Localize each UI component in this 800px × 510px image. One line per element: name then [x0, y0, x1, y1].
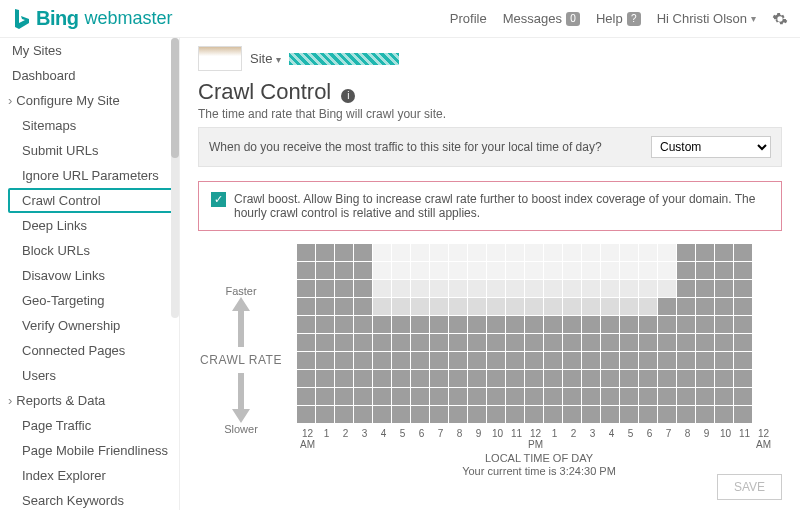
- crawl-cell[interactable]: [335, 406, 353, 423]
- crawl-cell[interactable]: [316, 406, 334, 423]
- crawl-cell[interactable]: [354, 370, 372, 387]
- crawl-cell[interactable]: [487, 244, 505, 261]
- crawl-cell[interactable]: [297, 244, 315, 261]
- crawl-cell[interactable]: [601, 352, 619, 369]
- crawl-cell[interactable]: [468, 334, 486, 351]
- crawl-cell[interactable]: [525, 298, 543, 315]
- crawl-cell[interactable]: [544, 334, 562, 351]
- crawl-cell[interactable]: [392, 244, 410, 261]
- crawl-cell[interactable]: [639, 334, 657, 351]
- crawl-cell[interactable]: [734, 316, 752, 333]
- crawl-cell[interactable]: [506, 406, 524, 423]
- crawl-cell[interactable]: [430, 298, 448, 315]
- crawl-cell[interactable]: [354, 262, 372, 279]
- crawl-cell[interactable]: [316, 388, 334, 405]
- crawl-cell[interactable]: [506, 262, 524, 279]
- crawl-cell[interactable]: [658, 388, 676, 405]
- settings-button[interactable]: [772, 11, 788, 27]
- crawl-cell[interactable]: [411, 262, 429, 279]
- crawl-cell[interactable]: [582, 370, 600, 387]
- crawl-cell[interactable]: [715, 262, 733, 279]
- user-menu[interactable]: Hi Christi Olson ▾: [657, 11, 756, 26]
- crawl-cell[interactable]: [411, 370, 429, 387]
- crawl-cell[interactable]: [354, 388, 372, 405]
- sidebar-item-my-sites[interactable]: My Sites: [0, 38, 179, 63]
- crawl-cell[interactable]: [563, 352, 581, 369]
- save-button[interactable]: SAVE: [717, 474, 782, 500]
- crawl-cell[interactable]: [430, 280, 448, 297]
- crawl-cell[interactable]: [373, 262, 391, 279]
- crawl-cell[interactable]: [430, 262, 448, 279]
- crawl-cell[interactable]: [392, 352, 410, 369]
- sidebar-item-ignore-url-parameters[interactable]: Ignore URL Parameters: [0, 163, 179, 188]
- crawl-cell[interactable]: [563, 388, 581, 405]
- crawl-cell[interactable]: [392, 406, 410, 423]
- crawl-cell[interactable]: [430, 406, 448, 423]
- crawl-cell[interactable]: [544, 316, 562, 333]
- crawl-cell[interactable]: [506, 244, 524, 261]
- crawl-cell[interactable]: [734, 298, 752, 315]
- crawl-cell[interactable]: [601, 298, 619, 315]
- crawl-cell[interactable]: [715, 298, 733, 315]
- crawl-cell[interactable]: [696, 262, 714, 279]
- crawl-cell[interactable]: [544, 352, 562, 369]
- crawl-cell[interactable]: [411, 406, 429, 423]
- crawl-cell[interactable]: [696, 334, 714, 351]
- crawl-cell[interactable]: [563, 244, 581, 261]
- crawl-cell[interactable]: [677, 298, 695, 315]
- crawl-cell[interactable]: [696, 370, 714, 387]
- crawl-cell[interactable]: [335, 244, 353, 261]
- sidebar-item-verify-ownership[interactable]: Verify Ownership: [0, 313, 179, 338]
- crawl-cell[interactable]: [411, 244, 429, 261]
- crawl-cell[interactable]: [734, 388, 752, 405]
- site-selector[interactable]: Site ▾: [198, 46, 782, 71]
- crawl-cell[interactable]: [392, 298, 410, 315]
- crawl-cell[interactable]: [430, 334, 448, 351]
- crawl-cell[interactable]: [430, 388, 448, 405]
- crawl-cell[interactable]: [525, 262, 543, 279]
- crawl-cell[interactable]: [677, 280, 695, 297]
- crawl-cell[interactable]: [468, 352, 486, 369]
- crawl-cell[interactable]: [487, 298, 505, 315]
- crawl-cell[interactable]: [620, 316, 638, 333]
- crawl-cell[interactable]: [734, 244, 752, 261]
- crawl-cell[interactable]: [658, 244, 676, 261]
- crawl-cell[interactable]: [696, 316, 714, 333]
- crawl-boost-checkbox[interactable]: ✓: [211, 192, 226, 207]
- crawl-cell[interactable]: [601, 262, 619, 279]
- crawl-cell[interactable]: [620, 244, 638, 261]
- crawl-cell[interactable]: [297, 298, 315, 315]
- crawl-cell[interactable]: [354, 316, 372, 333]
- crawl-cell[interactable]: [430, 352, 448, 369]
- crawl-cell[interactable]: [449, 316, 467, 333]
- crawl-cell[interactable]: [582, 280, 600, 297]
- crawl-cell[interactable]: [601, 370, 619, 387]
- sidebar-scrollbar-track[interactable]: [171, 38, 179, 318]
- crawl-cell[interactable]: [449, 244, 467, 261]
- crawl-cell[interactable]: [506, 352, 524, 369]
- crawl-cell[interactable]: [316, 334, 334, 351]
- crawl-cell[interactable]: [601, 316, 619, 333]
- crawl-cell[interactable]: [297, 316, 315, 333]
- crawl-cell[interactable]: [696, 244, 714, 261]
- crawl-cell[interactable]: [373, 280, 391, 297]
- crawl-cell[interactable]: [601, 388, 619, 405]
- crawl-cell[interactable]: [373, 334, 391, 351]
- crawl-cell[interactable]: [449, 280, 467, 297]
- crawl-cell[interactable]: [563, 334, 581, 351]
- crawl-cell[interactable]: [525, 406, 543, 423]
- crawl-cell[interactable]: [487, 406, 505, 423]
- crawl-cell[interactable]: [734, 406, 752, 423]
- crawl-cell[interactable]: [411, 352, 429, 369]
- crawl-cell[interactable]: [525, 388, 543, 405]
- crawl-cell[interactable]: [563, 298, 581, 315]
- crawl-cell[interactable]: [639, 352, 657, 369]
- crawl-cell[interactable]: [449, 262, 467, 279]
- crawl-cell[interactable]: [601, 244, 619, 261]
- crawl-cell[interactable]: [525, 334, 543, 351]
- crawl-cell[interactable]: [620, 370, 638, 387]
- crawl-cell[interactable]: [392, 262, 410, 279]
- crawl-cell[interactable]: [487, 370, 505, 387]
- crawl-cell[interactable]: [715, 334, 733, 351]
- crawl-cell[interactable]: [582, 298, 600, 315]
